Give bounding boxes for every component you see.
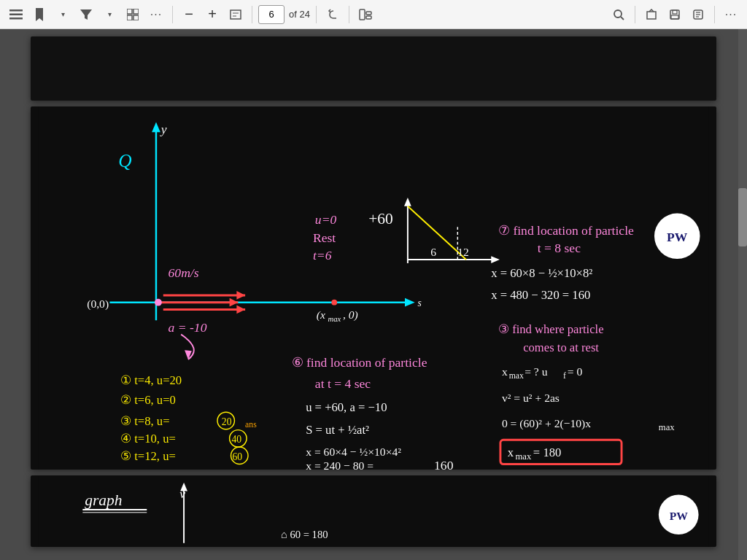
- svg-text:x = 60×4 − ½×10×4²: x = 60×4 − ½×10×4²: [306, 446, 401, 458]
- svg-text:u = +60,   a = −10: u = +60, a = −10: [306, 400, 387, 414]
- chevron-down-icon-2[interactable]: ▾: [99, 4, 120, 25]
- svg-text:s: s: [418, 298, 422, 308]
- svg-text:⑥  find  location of particle: ⑥ find location of particle: [292, 355, 427, 370]
- svg-point-38: [155, 299, 162, 306]
- svg-text:a = -10: a = -10: [169, 320, 207, 335]
- svg-text:③ t=8, u=: ③ t=8, u=: [120, 414, 169, 428]
- slide-main: Q y s (0,0) 60m/s a = -10: [31, 106, 716, 470]
- svg-rect-8: [360, 9, 365, 20]
- svg-text:PW: PW: [670, 510, 689, 522]
- scrollbar-thumb[interactable]: [738, 188, 747, 246]
- slide-bottom-svg: graph v PW ⌂ 60 = 180: [31, 475, 716, 547]
- scrollbar[interactable]: [738, 29, 747, 560]
- svg-text:u=0: u=0: [315, 212, 337, 227]
- svg-text:v² = u² + 2as: v² = u² + 2as: [502, 392, 560, 404]
- svg-text:(x: (x: [317, 308, 325, 322]
- svg-text:= 0: = 0: [568, 365, 583, 378]
- svg-text:max: max: [515, 451, 532, 462]
- more-icon-1[interactable]: ···: [146, 4, 166, 25]
- page-navigation: of 24: [258, 5, 310, 24]
- grid-nav-icon[interactable]: [355, 4, 376, 25]
- more-icon-2[interactable]: ···: [721, 4, 741, 25]
- bookmark-icon[interactable]: [29, 4, 50, 25]
- svg-rect-6: [133, 15, 139, 20]
- svg-text:t = 8 sec: t = 8 sec: [538, 241, 581, 255]
- chevron-down-icon-1[interactable]: ▾: [53, 4, 73, 25]
- svg-text:comes to at rest: comes to at rest: [523, 341, 599, 354]
- svg-line-12: [621, 17, 624, 20]
- svg-rect-10: [366, 16, 371, 19]
- svg-text:, 0): , 0): [343, 308, 358, 322]
- svg-text:S = ut + ½at²: S = ut + ½at²: [306, 423, 369, 437]
- svg-text:(0,0): (0,0): [87, 297, 109, 310]
- svg-text:t=6: t=6: [313, 248, 332, 262]
- svg-text:6: 6: [430, 246, 436, 258]
- svg-text:60m/s: 60m/s: [169, 265, 199, 280]
- page-number-input[interactable]: [258, 5, 285, 24]
- slide-previous: [31, 36, 716, 101]
- search-icon[interactable]: [608, 4, 629, 25]
- svg-text:PW: PW: [667, 230, 688, 244]
- svg-text:0 = (60)² + 2(−10)x: 0 = (60)² + 2(−10)x: [502, 417, 591, 430]
- question-label: Q: [118, 150, 131, 171]
- svg-text:max: max: [328, 314, 341, 323]
- page-total-label: of 24: [289, 9, 310, 20]
- svg-text:= 180: = 180: [533, 446, 561, 459]
- svg-text:① t=4, u=20: ① t=4, u=20: [120, 373, 182, 387]
- svg-text:20: 20: [222, 416, 232, 427]
- svg-rect-5: [127, 15, 132, 20]
- svg-rect-2: [9, 18, 23, 20]
- svg-text:+60: +60: [368, 210, 393, 228]
- svg-point-11: [614, 10, 622, 18]
- svg-text:② t=6, u=0: ② t=6, u=0: [120, 393, 176, 407]
- download-icon[interactable]: [688, 4, 708, 25]
- divider-4: [349, 6, 349, 23]
- svg-text:max: max: [659, 422, 676, 432]
- svg-marker-13: [647, 12, 656, 19]
- svg-text:x = 60×8 − ½×10×8²: x = 60×8 − ½×10×8²: [491, 266, 592, 280]
- zoom-in-button[interactable]: +: [202, 4, 222, 25]
- fit-page-icon[interactable]: [225, 4, 246, 25]
- svg-text:= ?      u: = ? u: [525, 365, 548, 378]
- go-back-icon[interactable]: [322, 4, 343, 25]
- svg-text:x = 240 − 80 =: x = 240 − 80 =: [306, 459, 374, 470]
- layout-icon[interactable]: [123, 4, 143, 25]
- toolbar: ▾ ▾ ··· − + of 24 ···: [0, 0, 747, 29]
- svg-text:graph: graph: [85, 491, 122, 509]
- svg-text:160: 160: [434, 458, 454, 470]
- divider-5: [635, 6, 635, 23]
- svg-rect-14: [670, 10, 679, 19]
- svg-rect-1: [9, 13, 23, 15]
- svg-point-42: [331, 300, 337, 306]
- divider-3: [316, 6, 317, 23]
- svg-text:40: 40: [232, 434, 242, 445]
- menu-icon[interactable]: [6, 4, 26, 25]
- svg-text:④ t=10, u=: ④ t=10, u=: [120, 432, 176, 446]
- svg-rect-3: [127, 9, 132, 14]
- save-icon[interactable]: [665, 4, 685, 25]
- svg-rect-0: [9, 9, 23, 12]
- svg-text:12: 12: [457, 246, 469, 258]
- slide-svg: Q y s (0,0) 60m/s a = -10: [31, 106, 716, 470]
- svg-text:at t = 4 sec: at t = 4 sec: [315, 376, 371, 391]
- svg-text:ans: ans: [245, 420, 257, 429]
- svg-text:f: f: [563, 371, 566, 381]
- svg-text:③ find  where particle: ③ find where particle: [498, 322, 604, 336]
- svg-text:⑤ t=12, u=: ⑤ t=12, u=: [120, 449, 176, 463]
- main-content: Q y s (0,0) 60m/s a = -10: [0, 29, 747, 560]
- divider-1: [172, 6, 173, 23]
- share-icon[interactable]: [641, 4, 662, 25]
- svg-text:x = 480 − 320 = 160: x = 480 − 320 = 160: [491, 288, 590, 302]
- zoom-out-button[interactable]: −: [179, 4, 199, 25]
- svg-text:⌂ 60 = 180: ⌂ 60 = 180: [281, 529, 328, 540]
- svg-text:x: x: [502, 365, 508, 378]
- svg-text:x: x: [508, 446, 514, 459]
- filter-icon[interactable]: [76, 4, 96, 25]
- divider-2: [252, 6, 252, 23]
- slide-bottom: graph v PW ⌂ 60 = 180: [31, 475, 716, 547]
- svg-rect-95: [39, 475, 709, 547]
- svg-rect-9: [366, 12, 371, 15]
- divider-6: [714, 6, 715, 23]
- svg-text:max: max: [509, 371, 524, 381]
- svg-text:60: 60: [233, 451, 243, 462]
